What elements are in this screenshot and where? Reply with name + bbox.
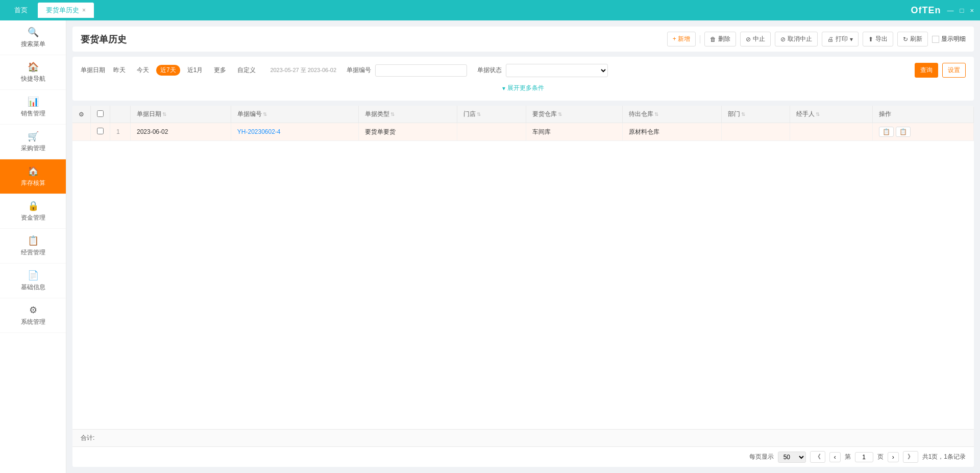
next-page-button[interactable]: ›	[888, 452, 899, 462]
expand-filter-button[interactable]: ▾ 展开更多条件	[502, 82, 544, 94]
sidebar-item-search[interactable]: 🔍 搜索菜单	[0, 20, 66, 55]
row-req-warehouse: 车间库	[526, 123, 622, 141]
filter-area: 单据日期 昨天 今天 近7天 近1月 更多 自定义 2023-05-27 至 2…	[72, 57, 974, 101]
print-dropdown-icon: ▾	[850, 36, 853, 43]
sort-icon: ⇅	[477, 111, 481, 117]
sidebar-item-inventory[interactable]: 🏠 库存核算	[0, 159, 66, 194]
checkbox-icon	[932, 36, 939, 43]
home-icon: 🏠	[28, 61, 39, 73]
row-handler	[790, 123, 872, 141]
first-page-button[interactable]: 《	[810, 451, 825, 463]
main-content: 要货单历史 + 新增 🗑 删除 ⊘ 中止 ⊘ 取消中止	[66, 20, 980, 473]
sidebar-item-sales[interactable]: 📊 销售管理	[0, 90, 66, 125]
sidebar-item-label: 采购管理	[21, 144, 45, 153]
date-btn-yesterday[interactable]: 昨天	[109, 65, 130, 76]
sidebar-item-purchase[interactable]: 🛒 采购管理	[0, 125, 66, 159]
row-action: 📋 📋	[872, 123, 973, 141]
doc-no-input[interactable]	[375, 64, 467, 77]
expand-icon: ▾	[502, 85, 505, 92]
cancel-stop-button[interactable]: ⊘ 取消中止	[775, 32, 818, 46]
minimize-button[interactable]: —	[947, 7, 954, 14]
row-checkbox	[91, 123, 110, 141]
page-header: 要货单历史 + 新增 🗑 删除 ⊘ 中止 ⊘ 取消中止	[72, 27, 974, 52]
sort-icon: ⇅	[162, 111, 166, 117]
settings-button[interactable]: 设置	[942, 63, 966, 78]
col-pending-warehouse[interactable]: 待出仓库 ⇅	[622, 106, 721, 123]
date-range-item: 2023-05-27 至 2023-06-02	[270, 66, 336, 74]
page-size-label: 每页显示	[749, 453, 774, 461]
col-date[interactable]: 单据日期 ⇅	[131, 106, 231, 123]
last-page-button[interactable]: 》	[903, 451, 918, 463]
divider	[700, 35, 700, 43]
col-checkbox	[91, 106, 110, 123]
sidebar-item-basic[interactable]: 📄 基础信息	[0, 264, 66, 298]
sales-icon: 📊	[28, 96, 39, 107]
col-req-warehouse[interactable]: 要货仓库 ⇅	[526, 106, 622, 123]
row-delete-button[interactable]: 📋	[896, 127, 911, 137]
date-btn-more[interactable]: 更多	[210, 65, 230, 76]
new-button[interactable]: + 新增	[667, 32, 696, 46]
date-btn-today[interactable]: 今天	[133, 65, 153, 76]
refresh-button[interactable]: ↻ 刷新	[897, 32, 928, 46]
table-header-row: ⚙ 单据日期 ⇅	[72, 106, 974, 123]
col-action: 操作	[872, 106, 973, 123]
tab-close-icon[interactable]: ×	[82, 7, 86, 14]
page-number-input[interactable]	[855, 452, 873, 462]
row-pending-warehouse: 原材料仓库	[622, 123, 721, 141]
table-footer: 合计:	[72, 429, 974, 446]
delete-button[interactable]: 🗑 删除	[704, 32, 736, 46]
close-window-button[interactable]: ×	[970, 7, 974, 14]
sidebar-item-finance[interactable]: 🔒 资金管理	[0, 194, 66, 229]
sidebar-item-label: 搜索菜单	[21, 40, 45, 49]
stop-icon: ⊘	[746, 36, 751, 43]
sidebar: 🔍 搜索菜单 🏠 快捷导航 📊 销售管理 🛒 采购管理 🏠 库存核算 🔒 资金管…	[0, 20, 66, 473]
stop-button[interactable]: ⊘ 中止	[740, 32, 771, 46]
sort-icon: ⇅	[816, 111, 820, 117]
sidebar-item-label: 销售管理	[21, 109, 45, 118]
col-store[interactable]: 门店 ⇅	[457, 106, 526, 123]
date-filter-label: 单据日期	[81, 66, 105, 75]
date-btn-7days[interactable]: 近7天	[156, 65, 180, 76]
filter-actions: 查询 设置	[915, 63, 966, 78]
col-num	[110, 106, 131, 123]
sort-icon: ⇅	[741, 111, 745, 117]
sort-icon: ⇅	[654, 111, 658, 117]
row-no-link[interactable]: YH-20230602-4	[237, 128, 281, 135]
status-select[interactable]	[506, 64, 608, 77]
col-department[interactable]: 部门 ⇅	[721, 106, 790, 123]
page-title: 要货单历史	[81, 33, 127, 45]
col-no[interactable]: 单据编号 ⇅	[231, 106, 358, 123]
col-type[interactable]: 单据类型 ⇅	[358, 106, 457, 123]
sidebar-item-label: 库存核算	[21, 179, 45, 187]
doc-no-filter-item: 单据编号	[347, 64, 467, 77]
sidebar-item-shortcut[interactable]: 🏠 快捷导航	[0, 55, 66, 90]
row-num: 1	[110, 123, 131, 141]
maximize-button[interactable]: □	[960, 7, 964, 14]
display-detail-checkbox[interactable]: 显示明细	[932, 35, 966, 43]
row-no: YH-20230602-4	[231, 123, 358, 141]
tab-active[interactable]: 要货单历史 ×	[38, 3, 94, 18]
date-btn-custom[interactable]: 自定义	[233, 65, 260, 76]
data-table: ⚙ 单据日期 ⇅	[72, 106, 974, 141]
tab-home[interactable]: 首页	[6, 3, 36, 18]
row-edit-button[interactable]: 📋	[879, 127, 894, 137]
cancel-stop-icon: ⊘	[780, 36, 786, 43]
query-button[interactable]: 查询	[915, 63, 938, 78]
print-button[interactable]: 🖨 打印 ▾	[822, 32, 859, 46]
brand-logo: OfTEn	[911, 5, 941, 16]
col-handler[interactable]: 经手人 ⇅	[790, 106, 872, 123]
table-area: ⚙ 单据日期 ⇅	[72, 106, 974, 467]
page-size-select[interactable]: 50 100	[778, 452, 806, 463]
row-select-checkbox[interactable]	[97, 128, 104, 134]
sidebar-item-operation[interactable]: 📋 经营管理	[0, 229, 66, 264]
export-button[interactable]: ⬆ 导出	[863, 32, 893, 46]
sort-icon: ⇅	[558, 111, 562, 117]
sidebar-item-system[interactable]: ⚙ 系统管理	[0, 298, 66, 333]
prev-page-button[interactable]: ‹	[829, 452, 841, 462]
pagination: 每页显示 50 100 《 ‹ 第 页 › 》 共1页，1条记录	[72, 446, 974, 467]
date-filter-item: 单据日期 昨天 今天 近7天 近1月 更多 自定义	[81, 65, 260, 76]
select-all-checkbox[interactable]	[97, 110, 104, 117]
sidebar-item-label: 资金管理	[21, 214, 45, 222]
col-settings[interactable]: ⚙	[72, 106, 91, 123]
date-btn-1month[interactable]: 近1月	[183, 65, 207, 76]
